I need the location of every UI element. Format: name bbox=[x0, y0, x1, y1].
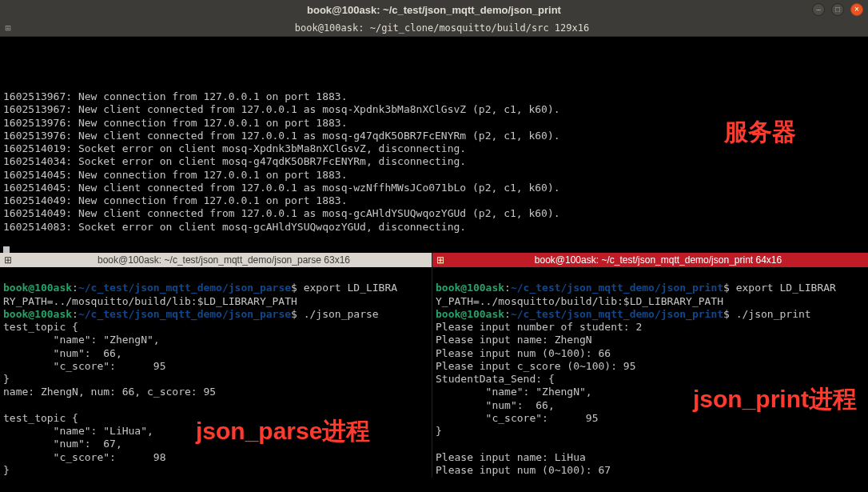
right-pane-header[interactable]: ⊞ book@100ask: ~/c_test/json_mqtt_demo/j… bbox=[432, 253, 868, 267]
prompt-path: ~/c_test/json_mqtt_demo/json_parse bbox=[78, 308, 291, 320]
cmd-text: ./json_print bbox=[736, 308, 811, 320]
cmd-text: ./json_parse bbox=[304, 308, 379, 320]
cmd-text-cont: Y_PATH=../mosquitto/build/lib:$LD_LIBRAR… bbox=[436, 295, 723, 307]
split-icon[interactable]: ⊞ bbox=[0, 22, 16, 34]
server-log-output: 1602513967: New connection from 127.0.0.… bbox=[3, 51, 865, 234]
split-icon[interactable]: ⊞ bbox=[0, 254, 16, 266]
left-pane-title: book@100ask: ~/c_test/json_mqtt_demo/jso… bbox=[16, 254, 432, 266]
cursor-icon bbox=[3, 246, 10, 253]
minimize-button[interactable]: – bbox=[812, 3, 825, 16]
json-parse-output: test_topic { "name": "ZhengN", "num": 66… bbox=[3, 321, 428, 478]
json-print-output: Please input number of student: 2 Please… bbox=[436, 321, 865, 478]
prompt-path: ~/c_test/json_mqtt_demo/json_print bbox=[511, 282, 723, 294]
split-icon[interactable]: ⊞ bbox=[432, 254, 448, 266]
terminal-tabbar: ⊞ book@100ask: ~/git_clone/mosquitto/bui… bbox=[0, 21, 868, 37]
bottom-split: ⊞ book@100ask: ~/c_test/json_mqtt_demo/j… bbox=[0, 253, 868, 478]
left-column: ⊞ book@100ask: ~/c_test/json_mqtt_demo/j… bbox=[0, 253, 432, 478]
top-terminal-pane[interactable]: 1602513967: New connection from 127.0.0.… bbox=[0, 37, 868, 253]
window-titlebar: book@100ask: ~/c_test/json_mqtt_demo/jso… bbox=[0, 0, 868, 21]
prompt-user: book@100ask bbox=[3, 282, 72, 294]
window-title: book@100ask: ~/c_test/json_mqtt_demo/jso… bbox=[307, 4, 561, 17]
prompt-user: book@100ask bbox=[436, 308, 504, 320]
right-column: ⊞ book@100ask: ~/c_test/json_mqtt_demo/j… bbox=[432, 253, 868, 478]
prompt-path: ~/c_test/json_mqtt_demo/json_print bbox=[511, 308, 723, 320]
window-controls: – □ × bbox=[812, 3, 863, 16]
maximize-button[interactable]: □ bbox=[831, 3, 844, 16]
left-terminal-pane[interactable]: book@100ask:~/c_test/json_mqtt_demo/json… bbox=[0, 267, 432, 478]
tab-label[interactable]: book@100ask: ~/git_clone/mosquitto/build… bbox=[16, 22, 868, 34]
cmd-text-cont: RY_PATH=../mosquitto/build/lib:$LD_LIBRA… bbox=[3, 295, 297, 307]
prompt-path: ~/c_test/json_mqtt_demo/json_parse bbox=[78, 282, 291, 294]
prompt-user: book@100ask bbox=[436, 282, 504, 294]
right-terminal-pane[interactable]: book@100ask:~/c_test/json_mqtt_demo/json… bbox=[432, 267, 868, 478]
cmd-text: export LD_LIBRAR bbox=[736, 282, 836, 294]
cmd-text: export LD_LIBRA bbox=[304, 282, 397, 294]
close-button[interactable]: × bbox=[850, 3, 863, 16]
right-pane-title: book@100ask: ~/c_test/json_mqtt_demo/jso… bbox=[448, 254, 868, 266]
left-pane-header[interactable]: ⊞ book@100ask: ~/c_test/json_mqtt_demo/j… bbox=[0, 253, 432, 267]
prompt-user: book@100ask bbox=[3, 308, 72, 320]
